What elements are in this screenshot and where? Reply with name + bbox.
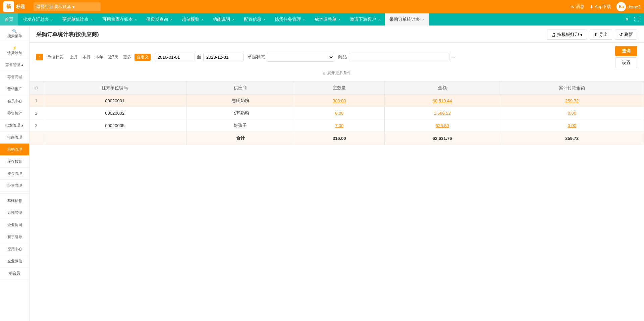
shortcut-more[interactable]: 更多 <box>122 54 132 61</box>
sidebar-item-search[interactable]: 🔍 搜索菜单 <box>0 25 29 42</box>
column-settings-icon[interactable]: ⚙ <box>34 86 38 91</box>
sidebar-item-operations[interactable]: 经营管理 <box>0 180 29 192</box>
sidebar-item-ecommerce[interactable]: 电商管理 <box>0 131 29 144</box>
tab-picking[interactable]: 拣货任务管理 × <box>270 13 310 25</box>
retail-label: 零售管理 <box>5 62 20 67</box>
close-icon[interactable]: × <box>91 17 93 21</box>
sidebar-item-member2[interactable]: 畅会员 <box>0 267 29 279</box>
operations-label: 经营管理 <box>1 183 28 188</box>
sidebar-item-member[interactable]: 会员中心 <box>0 95 29 107</box>
close-icon[interactable]: × <box>422 17 424 21</box>
nav-close-btn[interactable]: × <box>624 16 631 23</box>
close-icon[interactable]: × <box>263 17 265 21</box>
template-print-label: 按模板打印 <box>557 32 579 38</box>
paid-link[interactable]: 0.00 <box>568 123 576 128</box>
shortcut-7days[interactable]: 近7天 <box>107 54 120 61</box>
shortcut-this-month[interactable]: 本月 <box>81 54 92 61</box>
amount-link[interactable]: 60,519.44 <box>433 98 452 103</box>
export-btn[interactable]: ⬆ 导出 <box>590 30 612 40</box>
nav-fullscreen-btn[interactable]: ⛶ <box>632 16 641 23</box>
tab-overstock[interactable]: 超储预警 × <box>177 13 208 25</box>
download-icon: ⬇ <box>590 4 593 9</box>
main-content: 🔍 搜索菜单 ⚡ 快捷导航 零售管理 ▲ 零售商城 营销推广 会员中心 零售统计… <box>0 25 644 321</box>
commodity-more-icon[interactable]: ··· <box>451 55 455 60</box>
expand-more-btn[interactable]: ⊕ 展开更多条件 <box>36 68 637 78</box>
company-selector[interactable]: 母婴行业演示账套 ▾ <box>34 2 101 11</box>
action-buttons: 查询 设置 <box>615 46 637 68</box>
basic-info-label: 基础信息 <box>1 198 28 203</box>
close-icon[interactable]: × <box>232 17 234 21</box>
shortcut-last-month[interactable]: 上月 <box>68 54 79 61</box>
sidebar-item-system[interactable]: 系统管理 <box>0 207 29 219</box>
sidebar-item-purchase[interactable]: 采购管理 <box>0 144 29 156</box>
nav-end: × ⛶ <box>624 16 644 23</box>
filter-toggle-btn[interactable]: › <box>36 54 43 60</box>
top-bar: 畅 标题 母婴行业演示账套 ▾ ✉ 消息 ⬇ App下载 Ea demo2 <box>0 0 644 13</box>
tab-purchase-stats[interactable]: 采购订单统计表 × <box>385 13 429 25</box>
invite-tab-label: 邀请下游客户 <box>350 16 376 22</box>
tab-config[interactable]: 配置信息 × <box>239 13 270 25</box>
query-btn[interactable]: 查询 <box>615 46 637 56</box>
tab-goods-order[interactable]: 要货单统计表 × <box>58 13 97 25</box>
sidebar-search-label: 搜索菜单 <box>1 34 28 39</box>
table-row: 2 00020002 飞鹤奶粉 6.00 1,586.52 0.00 <box>30 107 644 119</box>
receipts-tab-label: 收发存汇总表 <box>23 16 49 22</box>
tab-invite[interactable]: 邀请下游客户 × <box>345 13 385 25</box>
refresh-btn[interactable]: ↺ 刷新 <box>615 30 637 40</box>
paid-link[interactable]: 259.72 <box>565 98 579 103</box>
app-download-btn[interactable]: ⬇ App下载 <box>590 4 611 10</box>
message-btn[interactable]: ✉ 消息 <box>571 4 584 10</box>
sidebar-item-app-center[interactable]: 应用中心 <box>0 243 29 255</box>
sidebar-item-finance[interactable]: 资金管理 <box>0 168 29 180</box>
status-filter-group: 单据状态 <box>248 53 334 62</box>
amount-link[interactable]: 1,586.52 <box>434 111 451 116</box>
date-to-input[interactable] <box>203 53 244 61</box>
tab-functions[interactable]: 功能说明 × <box>208 13 239 25</box>
ecommerce-label: 电商管理 <box>1 135 28 140</box>
close-icon[interactable]: × <box>135 17 137 21</box>
qty-link[interactable]: 6.00 <box>335 111 343 116</box>
sidebar-item-inventory-check[interactable]: 库存核算 <box>0 156 29 168</box>
amount-link[interactable]: 525.80 <box>436 123 449 128</box>
inventory-tab-label: 可用量库存账本 <box>102 16 133 22</box>
sidebar-item-guide[interactable]: 新手引导 <box>0 231 29 243</box>
message-label: 消息 <box>576 4 584 10</box>
shortcut-custom[interactable]: 自定义 <box>135 54 151 61</box>
sidebar-item-wholesale[interactable]: 批发管理 ▲ <box>0 119 29 131</box>
top-right: ✉ 消息 ⬇ App下载 Ea demo2 <box>571 2 641 11</box>
settings-btn[interactable]: 设置 <box>615 57 637 68</box>
close-icon[interactable]: × <box>201 17 203 21</box>
qty-link[interactable]: 7.00 <box>335 123 343 128</box>
sidebar-item-mall[interactable]: 零售商城 <box>0 71 29 83</box>
status-select[interactable] <box>267 53 334 62</box>
qty-link[interactable]: 303.00 <box>333 98 346 103</box>
tab-inventory[interactable]: 可用量库存账本 × <box>98 13 142 25</box>
close-icon[interactable]: × <box>303 17 305 21</box>
system-label: 系统管理 <box>1 210 28 215</box>
marketing-label: 营销推广 <box>1 87 28 92</box>
close-icon[interactable]: × <box>51 17 53 21</box>
sidebar-item-enterprise[interactable]: 企业协同 <box>0 219 29 231</box>
tab-receipts[interactable]: 收发存汇总表 × <box>18 13 58 25</box>
sidebar-item-shortcuts[interactable]: ⚡ 快捷导航 <box>0 42 29 59</box>
tab-cost[interactable]: 成本调整单 × <box>310 13 345 25</box>
sidebar-item-basic-info[interactable]: 基础信息 <box>0 195 29 207</box>
sidebar-item-retail-stats[interactable]: 零售统计 <box>0 107 29 119</box>
close-icon[interactable]: × <box>378 17 380 21</box>
user-area[interactable]: Ea demo2 <box>616 2 641 11</box>
close-icon[interactable]: × <box>338 17 340 21</box>
tab-expiry[interactable]: 保质期查询 × <box>142 13 177 25</box>
row-qty: 303.00 <box>294 95 384 107</box>
retail-stats-label: 零售统计 <box>1 111 28 116</box>
sidebar-item-retail[interactable]: 零售管理 ▲ <box>0 59 29 71</box>
footer-empty1 <box>30 132 43 145</box>
sidebar-item-marketing[interactable]: 营销推广 <box>0 83 29 95</box>
shortcut-this-year[interactable]: 本年 <box>94 54 105 61</box>
tab-home[interactable]: 首页 <box>0 13 18 25</box>
sidebar-item-wechat[interactable]: 企业微信 <box>0 255 29 267</box>
close-icon[interactable]: × <box>170 17 172 21</box>
commodity-input[interactable] <box>349 53 449 61</box>
date-from-input[interactable] <box>155 53 195 61</box>
template-print-btn[interactable]: 🖨 按模板打印 ▾ <box>547 30 587 40</box>
paid-link[interactable]: 0.00 <box>568 111 576 116</box>
